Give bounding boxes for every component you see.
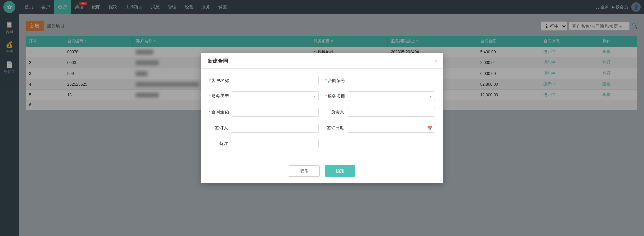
customer-name-label: *客户名称 xyxy=(209,78,229,84)
signer-label: 签订人 xyxy=(209,125,228,131)
modal-overlay[interactable]: 新建合同 × *客户名称 *合同编号 xyxy=(0,0,644,236)
cancel-button[interactable]: 取消 xyxy=(289,165,320,177)
note-input[interactable] xyxy=(231,139,319,148)
form-row-5: 备注 xyxy=(209,139,435,148)
amount-input[interactable]: 0.00 xyxy=(232,107,319,117)
contract-no-label: *合同编号 xyxy=(325,78,345,84)
service-item-label: *服务项目 xyxy=(325,93,345,99)
note-label: 备注 xyxy=(209,141,228,147)
form-group-note: 备注 xyxy=(209,139,319,148)
new-contract-modal: 新建合同 × *客户名称 *合同编号 xyxy=(201,53,443,183)
form-group-amount: *合同金额 0.00 xyxy=(209,107,319,117)
sign-date-input[interactable]: 2023-06-06 xyxy=(347,123,435,133)
form-row-4: 签订人 签订日期 2023-06-06 📅 xyxy=(209,123,435,133)
customer-name-input[interactable] xyxy=(232,76,319,85)
form-row-1: *客户名称 *合同编号 xyxy=(209,76,435,85)
form-group-customer-name: *客户名称 xyxy=(209,76,319,85)
form-group-responsible: 负责人 xyxy=(325,107,435,117)
form-group-contract-no: *合同编号 xyxy=(325,76,435,85)
contract-no-input[interactable] xyxy=(348,76,435,85)
form-group-service-item: *服务项目 ▼ xyxy=(325,91,435,101)
service-type-select[interactable] xyxy=(232,91,319,101)
responsible-label: 负责人 xyxy=(325,109,344,115)
modal-header: 新建合同 × xyxy=(201,53,443,69)
service-item-select[interactable] xyxy=(348,91,435,101)
modal-title: 新建合同 xyxy=(208,58,228,64)
modal-body: *客户名称 *合同编号 *服务类型 xyxy=(201,69,443,161)
form-row-3: *合同金额 0.00 负责人 xyxy=(209,107,435,117)
sign-date-label: 签订日期 xyxy=(325,125,344,131)
form-row-2: *服务类型 ▼ *服务项目 xyxy=(209,91,435,101)
confirm-button[interactable]: 确定 xyxy=(325,165,355,177)
modal-close-button[interactable]: × xyxy=(434,57,438,64)
form-group-service-type: *服务类型 ▼ xyxy=(209,91,319,101)
service-type-label: *服务类型 xyxy=(209,93,229,99)
signer-input[interactable] xyxy=(231,123,319,133)
modal-footer: 取消 确定 xyxy=(201,161,443,183)
form-group-sign-date: 签订日期 2023-06-06 📅 xyxy=(325,123,435,133)
amount-label: *合同金额 xyxy=(209,109,229,115)
form-group-signer: 签订人 xyxy=(209,123,319,133)
responsible-input[interactable] xyxy=(347,107,435,117)
